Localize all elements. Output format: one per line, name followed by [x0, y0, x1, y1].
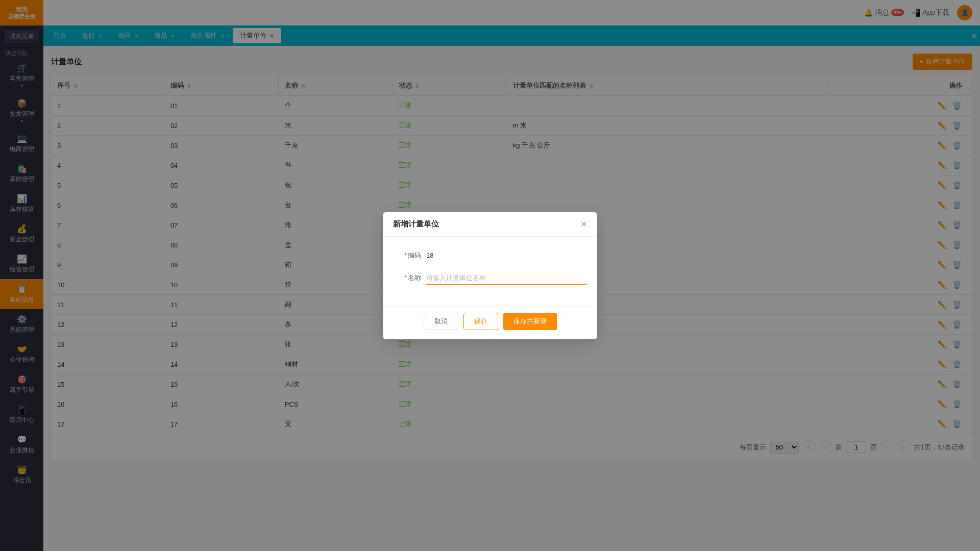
- dialog-title: 新增计量单位: [393, 219, 439, 229]
- code-input[interactable]: [426, 249, 587, 262]
- name-label: *名称: [393, 273, 421, 283]
- dialog-header: 新增计量单位 ✕: [383, 212, 597, 237]
- dialog-close-button[interactable]: ✕: [580, 219, 587, 229]
- save-and-new-button[interactable]: 保存并新增: [503, 313, 557, 330]
- name-input[interactable]: [426, 271, 587, 285]
- save-button[interactable]: 保存: [463, 313, 498, 330]
- add-unit-dialog: 新增计量单位 ✕ *编码 *名称 取消 保存 保存并新增: [383, 212, 597, 339]
- form-name-row: *名称: [393, 271, 587, 285]
- dialog-body: *编码 *名称: [383, 237, 597, 306]
- dialog-overlay: 新增计量单位 ✕ *编码 *名称 取消 保存 保存并新增: [0, 0, 980, 551]
- form-code-row: *编码: [393, 249, 587, 262]
- required-marker2: *: [404, 274, 407, 282]
- cancel-button[interactable]: 取消: [424, 313, 458, 330]
- code-label: *编码: [393, 251, 421, 260]
- dialog-footer: 取消 保存 保存并新增: [383, 306, 597, 339]
- required-marker: *: [404, 252, 407, 259]
